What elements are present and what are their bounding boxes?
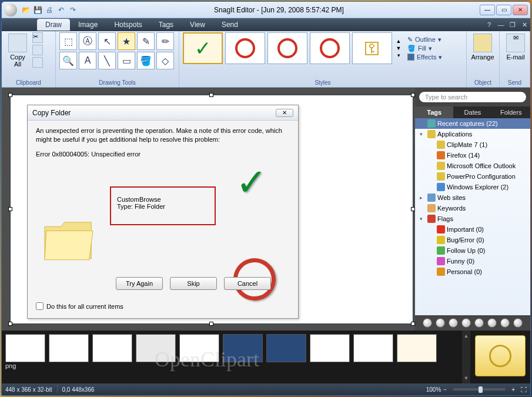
thumbnail[interactable] <box>266 334 306 362</box>
tab-hotspots[interactable]: Hotspots <box>106 19 150 31</box>
mdi-restore[interactable]: ❐ <box>508 21 517 29</box>
tree-row[interactable]: ▸Web sites <box>415 192 530 203</box>
app-icon[interactable] <box>4 4 17 16</box>
tool-pen[interactable]: ✎ <box>137 32 155 50</box>
thumbnail-tray: OpenClipart png ▲ ▼ <box>2 331 530 383</box>
flag-icon[interactable] <box>423 318 432 328</box>
fit-screen-icon[interactable]: ⛶ <box>521 386 527 393</box>
tool-shape[interactable]: ▭ <box>118 52 135 69</box>
mdi-close[interactable]: ✕ <box>520 21 528 29</box>
tab-draw[interactable]: Draw <box>37 19 70 31</box>
tree-row[interactable]: ClipMate 7 (1) <box>415 139 530 150</box>
tree-row[interactable]: Funny (0) <box>415 256 530 266</box>
skip-button[interactable]: Skip <box>170 277 217 290</box>
tool-line[interactable]: ╲ <box>98 52 116 69</box>
flag-icon[interactable] <box>487 318 497 328</box>
style-circle-red-2[interactable] <box>267 32 307 64</box>
tool-zoom[interactable]: 🔍 <box>59 52 77 69</box>
thumbnail[interactable] <box>49 334 89 362</box>
flag-icon[interactable] <box>500 318 510 328</box>
style-check-green[interactable]: ✓ <box>183 32 223 64</box>
tree-row[interactable]: PowerPro Configuration <box>415 171 530 182</box>
do-for-all-checkbox[interactable]: Do this for all current items <box>36 302 123 310</box>
thumbnail[interactable] <box>397 334 437 362</box>
tool-text[interactable]: A <box>79 52 96 69</box>
thumbnail[interactable] <box>353 334 393 362</box>
style-circle-red-3[interactable] <box>310 32 350 64</box>
outline-dropdown[interactable]: ✎ Outline ▾ <box>407 36 442 44</box>
dialog-close-icon[interactable]: ✕ <box>276 109 293 117</box>
tool-erase[interactable]: ◇ <box>156 52 174 69</box>
qat-redo[interactable]: ↷ <box>68 5 78 15</box>
side-tab-tags[interactable]: Tags <box>415 106 453 118</box>
checkmark-stamp[interactable]: ✓ <box>236 161 267 204</box>
effects-dropdown[interactable]: Effects ▾ <box>407 54 442 61</box>
tree-row[interactable]: Personal (0) <box>415 266 530 277</box>
tree-row[interactable]: Firefox (14) <box>415 150 530 161</box>
maximize-button[interactable]: ▭ <box>496 5 511 15</box>
flag-icon[interactable] <box>436 318 445 328</box>
tree-row[interactable]: Important (0) <box>415 224 530 235</box>
styles-more[interactable]: ▾ <box>394 52 403 58</box>
zoom-slider[interactable] <box>453 388 506 391</box>
copy-icon-small[interactable] <box>32 45 43 55</box>
tool-highlight[interactable]: ✏ <box>156 32 174 50</box>
paste-icon[interactable] <box>32 57 43 68</box>
qat-undo[interactable]: ↶ <box>56 5 66 15</box>
tab-send[interactable]: Send <box>213 19 246 31</box>
folder-thumbnail[interactable] <box>475 335 526 376</box>
style-circle-red-1[interactable] <box>225 32 265 64</box>
tool-callout[interactable]: Ⓐ <box>79 32 96 50</box>
tool-stamp[interactable]: ★ <box>118 32 135 50</box>
arrange-button[interactable]: Arrange <box>470 32 495 61</box>
tree-row[interactable]: Keywords <box>415 203 530 213</box>
tree-row[interactable]: Microsoft Office Outlook <box>415 161 530 171</box>
tool-select[interactable]: ⬚ <box>59 32 77 50</box>
side-tab-dates[interactable]: Dates <box>453 106 491 118</box>
flag-icon[interactable] <box>513 318 523 328</box>
tag-tree[interactable]: Recent captures (22)▾ApplicationsClipMat… <box>415 118 530 315</box>
flag-icon[interactable] <box>474 318 484 328</box>
tab-image[interactable]: Image <box>70 19 106 31</box>
cancel-button[interactable]: Cancel <box>224 277 271 290</box>
email-button[interactable]: ✉ E-mail <box>503 32 528 61</box>
tree-row[interactable]: ▾Flags <box>415 213 530 224</box>
thumbnail[interactable] <box>92 334 132 362</box>
help-icon[interactable]: ? <box>485 21 493 29</box>
tray-scroll-up[interactable]: ▲ <box>462 333 470 339</box>
tree-row[interactable]: Windows Explorer (2) <box>415 182 530 192</box>
thumbnail[interactable] <box>5 334 45 362</box>
mdi-minimize[interactable]: — <box>497 21 505 29</box>
document[interactable]: Copy Folder ✕ An unexpected error is pre… <box>10 95 413 324</box>
tree-row[interactable]: Recent captures (22) <box>415 118 530 129</box>
styles-scroll-down[interactable]: ▼ <box>394 45 403 51</box>
tray-scroll-down[interactable]: ▼ <box>462 375 470 381</box>
tab-view[interactable]: View <box>182 19 213 31</box>
do-for-all-input[interactable] <box>36 302 44 310</box>
search-input[interactable]: Type to search <box>419 91 527 103</box>
qat-open[interactable]: 📂 <box>21 5 31 15</box>
zoom-in-icon[interactable]: + <box>511 386 515 393</box>
close-button[interactable]: ✕ <box>513 5 528 15</box>
qat-print[interactable]: 🖨 <box>44 5 55 15</box>
tool-arrow[interactable]: ↖ <box>98 32 116 50</box>
fill-dropdown[interactable]: 🪣 Fill ▾ <box>407 45 442 52</box>
tree-row[interactable]: Follow Up (0) <box>415 245 530 256</box>
tool-fill[interactable]: 🪣 <box>137 52 155 69</box>
minimize-button[interactable]: — <box>480 5 495 15</box>
qat-save[interactable]: 💾 <box>32 5 43 15</box>
flag-icon[interactable] <box>449 318 458 328</box>
side-tab-folders[interactable]: Folders <box>492 106 530 118</box>
flag-icon[interactable] <box>461 318 471 328</box>
thumbnail[interactable] <box>310 334 350 362</box>
tree-row[interactable]: Bug/Error (0) <box>415 235 530 245</box>
cut-icon[interactable]: ✂ <box>32 32 43 43</box>
style-key[interactable]: ⚿ <box>352 32 392 64</box>
tree-row[interactable]: ▾Applications <box>415 129 530 139</box>
copy-all-button[interactable]: Copy All <box>5 32 30 68</box>
zoom-out-icon[interactable]: − <box>443 386 447 393</box>
styles-scroll-up[interactable]: ▲ <box>394 38 403 44</box>
try-again-button[interactable]: Try Again <box>116 277 163 290</box>
tab-tags[interactable]: Tags <box>150 19 182 31</box>
canvas[interactable]: Copy Folder ✕ An unexpected error is pre… <box>2 88 415 331</box>
